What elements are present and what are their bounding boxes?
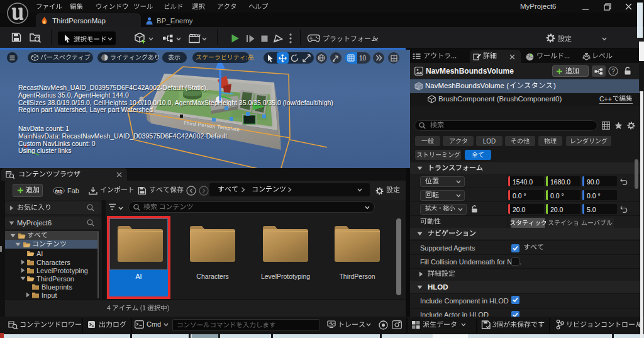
svg-text:?: ? <box>611 68 615 75</box>
svg-text:fab: fab <box>55 188 63 194</box>
